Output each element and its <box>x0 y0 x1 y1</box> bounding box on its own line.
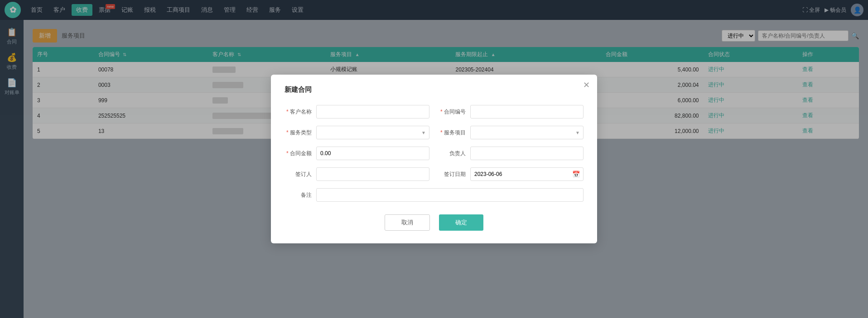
signer-label: 签订人 <box>285 171 312 178</box>
service-type-select[interactable] <box>316 126 429 139</box>
cancel-button[interactable]: 取消 <box>385 214 430 231</box>
customer-name-row: 客户名称 <box>285 105 429 119</box>
contract-no-row: 合同编号 <box>439 105 583 119</box>
assignee-input[interactable] <box>470 147 583 160</box>
amount-input[interactable] <box>316 147 429 160</box>
calendar-icon[interactable]: 📅 <box>572 171 580 178</box>
service-item-select[interactable] <box>470 126 583 139</box>
signer-row: 签订人 <box>285 167 429 181</box>
assignee-label: 负责人 <box>439 150 466 157</box>
remark-row: 备注 <box>285 188 583 202</box>
signer-input[interactable] <box>316 167 429 181</box>
service-item-label: 服务项目 <box>439 129 466 137</box>
sign-date-input[interactable] <box>470 167 583 181</box>
sign-date-label: 签订日期 <box>439 171 466 178</box>
remark-input[interactable] <box>316 188 583 202</box>
contract-no-label: 合同编号 <box>439 108 466 116</box>
modal-form: 客户名称 合同编号 服务类型 ▼ 服务项目 ▼ <box>285 105 583 202</box>
sign-date-row: 签订日期 📅 <box>439 167 583 181</box>
amount-row: 合同金额 <box>285 147 429 160</box>
contract-no-input[interactable] <box>470 105 583 119</box>
service-item-row: 服务项目 ▼ <box>439 126 583 139</box>
assignee-row: 负责人 <box>439 147 583 160</box>
modal-close-button[interactable]: ✕ <box>583 81 590 89</box>
customer-name-label: 客户名称 <box>285 108 312 116</box>
modal-title: 新建合同 <box>285 85 583 94</box>
service-item-wrap: ▼ <box>470 126 583 139</box>
service-type-row: 服务类型 ▼ <box>285 126 429 139</box>
customer-name-input[interactable] <box>316 105 429 119</box>
modal-footer: 取消 确定 <box>285 214 583 231</box>
sign-date-wrap: 📅 <box>470 167 583 181</box>
modal-overlay: ✕ 新建合同 客户名称 合同编号 服务类型 ▼ 服务项目 <box>0 0 868 318</box>
amount-label: 合同金额 <box>285 150 312 157</box>
service-type-wrap: ▼ <box>316 126 429 139</box>
confirm-button[interactable]: 确定 <box>439 214 483 231</box>
remark-label: 备注 <box>285 191 312 199</box>
new-contract-modal: ✕ 新建合同 客户名称 合同编号 服务类型 ▼ 服务项目 <box>271 75 597 243</box>
service-type-label: 服务类型 <box>285 129 312 137</box>
